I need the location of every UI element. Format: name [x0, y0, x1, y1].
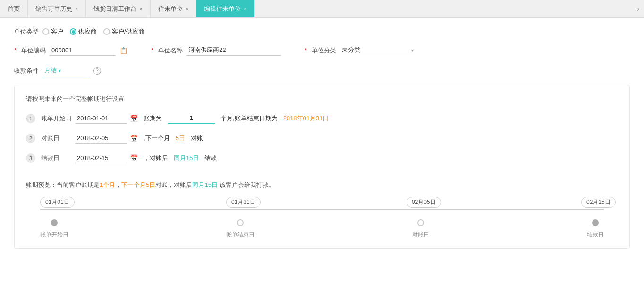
row-num-3: 3	[26, 153, 35, 163]
code-group: * 单位编码 📋	[14, 45, 127, 56]
close-icon[interactable]: ×	[75, 6, 78, 12]
payment-suffix-post: 结款	[204, 154, 217, 162]
tab-arrow[interactable]: ›	[632, 5, 644, 13]
tab-sales-history[interactable]: 销售订单历史 ×	[28, 0, 86, 17]
calendar-icon[interactable]: 📋	[119, 47, 127, 54]
name-group: * 单位名称	[151, 45, 281, 56]
preview-part3: 同月15日	[192, 181, 217, 188]
close-icon[interactable]: ×	[186, 6, 188, 12]
close-icon[interactable]: ×	[139, 6, 142, 12]
category-label: 单位分类	[312, 46, 336, 55]
row-label-3: 结款日	[41, 154, 69, 162]
timeline-node-3: 02月15日 结款日	[587, 202, 604, 239]
radio-supplier-label: 供应商	[78, 27, 97, 36]
payment-dropdown[interactable]: 月结 ▾	[42, 65, 90, 76]
reconcile-date-input[interactable]	[75, 133, 127, 144]
close-icon[interactable]: ×	[244, 6, 246, 12]
payment-group: 收款条件 月结 ▾ ?	[14, 65, 101, 76]
payment-suffix-pre: ，对账后	[144, 154, 168, 162]
tab-edit-partner-label: 编辑往来单位	[204, 5, 241, 13]
preview-text: 账期预览：当前客户账期是1个月，下一个月5日对账，对账后同月15日 该客户会给我…	[26, 179, 618, 190]
help-icon[interactable]: ?	[93, 67, 101, 75]
chevron-down-icon: ▾	[59, 68, 61, 73]
category-dropdown[interactable]: 未分类 ▾	[340, 44, 415, 56]
preview-part1: 1个月	[100, 181, 115, 188]
node-badge-0: 01月01日	[40, 197, 75, 208]
code-required: *	[14, 47, 17, 54]
payment-label: 收款条件	[14, 67, 39, 75]
tab-home[interactable]: 首页	[0, 0, 28, 17]
radio-both-circle	[103, 28, 110, 35]
unit-type-row: 单位类型 客户 供应商 客户/供应商	[14, 27, 630, 36]
tab-bar: 首页 销售订单历史 × 钱货日清工作台 × 往来单位 × 编辑往来单位 × ›	[0, 0, 644, 18]
period-label: 账期为	[144, 114, 162, 123]
timeline: 01月01日 账单开始日 01月31日 账单结束日 02月05日	[26, 202, 618, 239]
period-input[interactable]	[168, 113, 215, 124]
date-field-1: 📅	[75, 113, 138, 124]
unit-type-label: 单位类型	[14, 27, 39, 36]
tab-edit-partner[interactable]: 编辑往来单位 ×	[196, 0, 254, 17]
category-group: * 单位分类 未分类 ▾	[305, 44, 415, 56]
reconcile-suffix-post: 对账	[191, 134, 203, 143]
reconcile-suffix-pre: ,下一个月	[144, 134, 170, 143]
name-input[interactable]	[186, 45, 281, 56]
timeline-node-0: 01月01日 账单开始日	[40, 202, 68, 239]
node-label-2: 对账日	[412, 231, 429, 239]
preview-part2: 下一个月5日	[121, 181, 155, 188]
row-label-2: 对账日	[41, 134, 69, 143]
period-end: 2018年01月31日	[283, 114, 329, 123]
section-title: 请按照未来的一个完整帐期进行设置	[26, 95, 618, 103]
radio-supplier[interactable]: 供应商	[70, 27, 97, 36]
reconcile-suffix-highlight: 5日	[176, 134, 185, 143]
node-circle-1	[237, 219, 244, 226]
row-num-1: 1	[26, 114, 35, 123]
radio-group: 客户 供应商 客户/供应商	[42, 27, 144, 36]
preview-sep1: ，	[115, 181, 121, 188]
tab-home-label: 首页	[8, 5, 20, 13]
code-label: 单位编码	[21, 46, 46, 55]
tab-partner[interactable]: 往来单位 ×	[151, 0, 196, 17]
row-label-1: 账单开始日	[41, 114, 69, 123]
calendar-icon-3[interactable]: 📅	[130, 154, 138, 162]
payment-date-input[interactable]	[75, 153, 127, 163]
data-row-3: 3 结款日 📅 ，对账后同月15日结款	[26, 153, 618, 163]
code-name-category-row: * 单位编码 📋 * 单位名称 * 单位分类 未分类 ▾	[14, 44, 630, 56]
radio-supplier-circle	[70, 28, 76, 35]
node-circle-3	[592, 219, 599, 226]
date-field-3: 📅	[75, 153, 138, 163]
preview-label: 账期预览：当前客户账期是	[26, 181, 100, 188]
name-label: 单位名称	[158, 46, 183, 55]
main-content: 单位类型 客户 供应商 客户/供应商 * 单位编码	[0, 18, 644, 287]
radio-customer-circle	[42, 28, 49, 35]
radio-customer-label: 客户	[51, 27, 63, 36]
category-value: 未分类	[342, 46, 409, 54]
calendar-icon-2[interactable]: 📅	[130, 135, 138, 142]
category-required: *	[305, 47, 307, 54]
tab-sales-history-label: 销售订单历史	[35, 5, 72, 13]
name-required: *	[151, 47, 153, 54]
radio-both[interactable]: 客户/供应商	[103, 27, 144, 36]
tab-cash-work-label: 钱货日清工作台	[93, 5, 136, 13]
unit-type-group: 单位类型 客户 供应商 客户/供应商	[14, 27, 144, 36]
node-badge-2: 02月05日	[407, 197, 441, 208]
data-row-2: 2 对账日 📅 ,下一个月5日对账	[26, 133, 618, 144]
node-label-1: 账单结束日	[226, 231, 254, 239]
radio-customer[interactable]: 客户	[42, 27, 63, 36]
node-badge-1: 01月31日	[226, 197, 261, 208]
calendar-icon-1[interactable]: 📅	[130, 115, 138, 122]
start-date-input[interactable]	[75, 113, 127, 124]
timeline-node-2: 02月05日 对账日	[412, 202, 429, 239]
preview-sep2: 对账，对账后	[155, 181, 192, 188]
node-circle-0	[51, 219, 58, 226]
payment-row: 收款条件 月结 ▾ ?	[14, 65, 630, 76]
date-field-2: 📅	[75, 133, 138, 144]
timeline-node-1: 01月31日 账单结束日	[226, 202, 254, 239]
preview-part4: 该客户会给我打款。	[220, 181, 275, 188]
radio-both-label: 客户/供应商	[112, 27, 144, 36]
payment-value: 月结	[44, 66, 57, 75]
preview-section: 账期预览：当前客户账期是1个月，下一个月5日对账，对账后同月15日 该客户会给我…	[26, 173, 618, 190]
section-box: 请按照未来的一个完整帐期进行设置 1 账单开始日 📅 账期为 个月,账单结束日期…	[14, 85, 630, 249]
data-row-1: 1 账单开始日 📅 账期为 个月,账单结束日期为 2018年01月31日	[26, 113, 618, 124]
tab-cash-work[interactable]: 钱货日清工作台 ×	[86, 0, 150, 17]
code-input[interactable]	[50, 45, 116, 56]
